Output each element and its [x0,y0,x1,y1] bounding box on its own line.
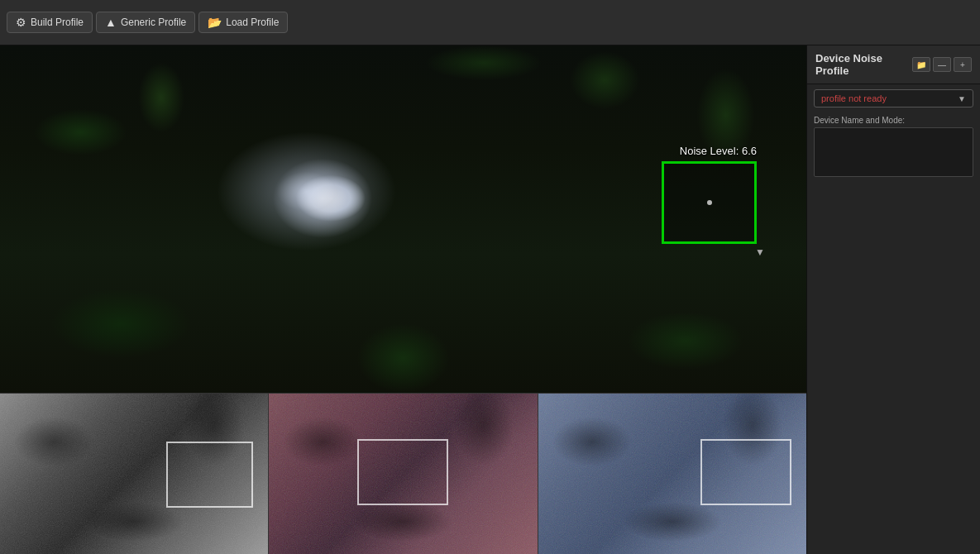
noise-level-label: Noise Level: 6.6 [680,145,757,157]
left-panel: Noise Level: 6.6 ▼ [0,45,806,554]
image-viewer: Noise Level: 6.6 ▼ [0,45,806,393]
generic-profile-button[interactable]: ▲ Generic Profile [96,12,195,33]
panel-icon-buttons: 📁 — + [912,57,972,72]
panel-header: Device Noise Profile 📁 — + [807,45,980,84]
load-profile-label: Load Profile [226,17,279,28]
build-profile-icon: ⚙ [16,16,26,29]
panel-minus-button[interactable]: — [933,57,951,72]
thumbnail-strip [0,393,806,554]
build-profile-button[interactable]: ⚙ Build Profile [7,12,93,33]
build-profile-label: Build Profile [31,17,84,28]
device-section: Device Name and Mode: [807,112,980,184]
toolbar: ⚙ Build Profile ▲ Generic Profile 📂 Load… [0,0,980,45]
load-profile-icon: 📂 [208,16,222,29]
thumb-blue-bg [538,394,806,554]
profile-select-arrow-icon: ▼ [958,94,966,103]
noise-center-indicator [707,200,712,205]
thumb-pink-selection-rect [357,439,448,505]
thumb-gray-bg [0,394,268,554]
thumbnail-pink[interactable] [269,394,538,554]
main-content: Noise Level: 6.6 ▼ [0,45,980,554]
device-name-input[interactable] [814,127,973,177]
load-profile-button[interactable]: 📂 Load Profile [198,12,288,33]
profile-dropdown: profile not ready ▼ [814,89,973,107]
noise-dropdown-arrow-icon[interactable]: ▼ [755,246,765,258]
thumbnail-gray[interactable] [0,394,269,554]
profile-select-dropdown[interactable]: profile not ready ▼ [814,89,973,107]
thumb-blue-selection-rect [700,439,791,505]
thumb-pink-bg [269,394,537,554]
panel-folder-button[interactable]: 📁 [912,57,930,72]
generic-profile-icon: ▲ [105,16,117,29]
generic-profile-label: Generic Profile [121,17,186,28]
thumbnail-blue[interactable] [538,394,806,554]
panel-title: Device Noise Profile [815,52,912,77]
right-panel: Device Noise Profile 📁 — + profile not r… [806,45,980,554]
thumb-gray-selection-rect [166,442,253,508]
profile-status-text: profile not ready [821,93,887,103]
device-label: Device Name and Mode: [814,116,973,125]
panel-plus-button[interactable]: + [954,57,972,72]
noise-measurement-box[interactable] [662,161,757,244]
